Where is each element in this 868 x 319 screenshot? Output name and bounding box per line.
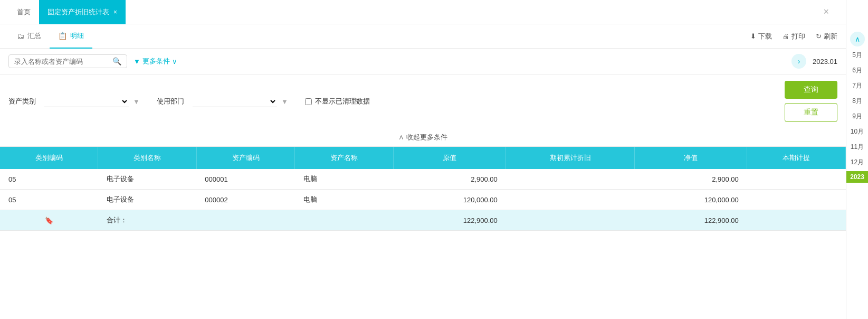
query-button[interactable]: 查询 [785,81,837,99]
subtotal-original-value: 122,900.00 [394,210,506,231]
cell-category-code: 05 [0,169,98,190]
tab-close-icon[interactable]: × [113,8,117,16]
sidebar-month-item[interactable]: 9月 [851,109,864,124]
print-btn[interactable]: 🖨 打印 [783,32,805,41]
collapse-bar: ∧ 收起更多条件 [8,128,837,146]
nav-bar: 首页 固定资产折旧统计表 × × [0,0,846,24]
col-header-category-name: 类别名称 [98,147,197,169]
filter-bar: 🔍 ▼ 更多条件 ∨ › 2023.01 [0,49,846,74]
department-label: 使用部门 [157,97,188,106]
cell-current-period [747,169,846,190]
advanced-filter: 资产类别 ▼ 使用部门 ▼ 不显示已清理数据 查询 重置 [0,74,846,147]
subtotal-net-value: 122,900.00 [635,210,747,231]
collapse-label: 收起更多条件 [406,133,447,141]
col-header-asset-name: 资产名称 [295,147,394,169]
sidebar-month-item[interactable]: 11月 [851,139,864,155]
filter-icon: ▼ [133,58,140,65]
cell-current-period [747,190,846,210]
nav-bar-right: × [823,6,837,17]
col-header-current-period: 本期计提 [747,147,846,169]
col-header-accumulated: 期初累计折旧 [506,147,635,169]
cell-original-value: 120,000.00 [394,190,506,210]
data-table-wrap: 类别编码 类别名称 资产编码 资产名称 原值 期初累计折旧 净值 本期计提 05… [0,147,846,319]
hide-cleared-wrap: 不显示已清理数据 [305,97,370,106]
department-field: 使用部门 ▼ [157,96,288,107]
table-header-row: 类别编码 类别名称 资产编码 资产名称 原值 期初累计折旧 净值 本期计提 [0,147,846,169]
tab-detail[interactable]: 📋 明细 [50,24,92,49]
cell-original-value: 2,900.00 [394,169,506,190]
hide-cleared-label: 不显示已清理数据 [315,97,370,106]
sidebar-month-item[interactable]: 12月 [851,155,864,170]
col-header-asset-code: 资产编码 [196,147,295,169]
detail-icon: 📋 [58,32,67,40]
download-icon: ⬇ [750,32,756,40]
department-dropdown-icon: ▼ [281,98,288,106]
print-label: 打印 [791,32,805,41]
right-sidebar: ∧ 5月6月7月8月9月10月11月12月 2023 [846,0,868,319]
collapse-btn[interactable]: ∧ 收起更多条件 [398,133,447,141]
tab-title: 固定资产折旧统计表 [47,7,109,17]
cell-accumulated [506,169,635,190]
search-wrap: 🔍 [8,54,127,68]
cell-asset-name: 电脑 [295,190,394,210]
chevron-down-icon: ∨ [172,58,177,65]
search-input[interactable] [14,58,109,65]
print-icon: 🖨 [783,32,789,40]
download-label: 下载 [758,32,772,41]
asset-category-select[interactable] [44,96,129,107]
collapse-sidebar-btn[interactable]: › [791,54,806,69]
refresh-btn[interactable]: ↻ 刷新 [816,32,837,41]
sidebar-month-item[interactable]: 8月 [851,93,864,109]
more-conditions-label: 更多条件 [142,57,170,66]
sidebar-month-item[interactable]: 10月 [851,124,864,139]
cell-asset-code: 000002 [196,190,295,210]
search-icon: 🔍 [112,57,121,65]
subtotal-accumulated [506,210,635,231]
nav-home[interactable]: 首页 [8,7,39,17]
category-dropdown-icon: ▼ [133,98,140,106]
filter-actions: 查询 重置 [785,81,837,122]
cell-category-name: 电子设备 [98,190,197,210]
cell-net-value: 2,900.00 [635,169,747,190]
sidebar-month-item[interactable]: 7月 [851,78,864,93]
tab-summary-label: 汇总 [27,31,41,41]
filter-right: › 2023.01 [791,54,837,69]
sidebar-month-item[interactable]: 6月 [851,63,864,78]
table-row: 05 电子设备 000002 电脑 120,000.00 120,000.00 [0,190,846,210]
subtotal-current-period [747,210,846,231]
sidebar-months: 5月6月7月8月9月10月11月12月 [851,48,864,170]
data-table: 类别编码 类别名称 资产编码 资产名称 原值 期初累计折旧 净值 本期计提 05… [0,147,846,231]
subtotal-icon: 🔖 [0,210,98,231]
tab-toolbar: 🗂 汇总 📋 明细 ⬇ 下载 🖨 打印 ↻ 刷新 [0,24,846,49]
filter-row-1: 资产类别 ▼ 使用部门 ▼ 不显示已清理数据 查询 重置 [8,81,837,122]
cell-category-code: 05 [0,190,98,210]
collapse-icon: ∧ [398,133,406,141]
sidebar-month-item[interactable]: 5月 [851,48,864,63]
reset-button[interactable]: 重置 [785,103,837,122]
period-display: 2023.01 [813,58,837,65]
summary-icon: 🗂 [17,32,24,40]
subtotal-row: 🔖 合计： 122,900.00 122,900.00 [0,210,846,231]
col-header-category-code: 类别编码 [0,147,98,169]
hide-cleared-checkbox[interactable] [305,98,312,105]
window-close-icon[interactable]: × [823,6,837,17]
asset-category-field: 资产类别 ▼ [8,96,140,107]
table-row: 05 电子设备 000001 电脑 2,900.00 2,900.00 [0,169,846,190]
col-header-original-value: 原值 [394,147,506,169]
cell-accumulated [506,190,635,210]
download-btn[interactable]: ⬇ 下载 [750,32,772,41]
toolbar-actions: ⬇ 下载 🖨 打印 ↻ 刷新 [750,32,837,41]
more-conditions-btn[interactable]: ▼ 更多条件 ∨ [133,57,177,66]
refresh-icon: ↻ [816,32,822,40]
sidebar-up-btn[interactable]: ∧ [850,32,865,46]
refresh-label: 刷新 [824,32,837,41]
tab-summary[interactable]: 🗂 汇总 [8,24,50,49]
tab-detail-label: 明细 [70,31,84,41]
subtotal-label: 合计： [98,210,394,231]
cell-asset-code: 000001 [196,169,295,190]
sidebar-year-badge[interactable]: 2023 [846,171,868,183]
department-select[interactable] [193,96,277,107]
col-header-net-value: 净值 [635,147,747,169]
nav-tab-active: 固定资产折旧统计表 × [39,0,126,24]
asset-category-label: 资产类别 [8,97,40,106]
